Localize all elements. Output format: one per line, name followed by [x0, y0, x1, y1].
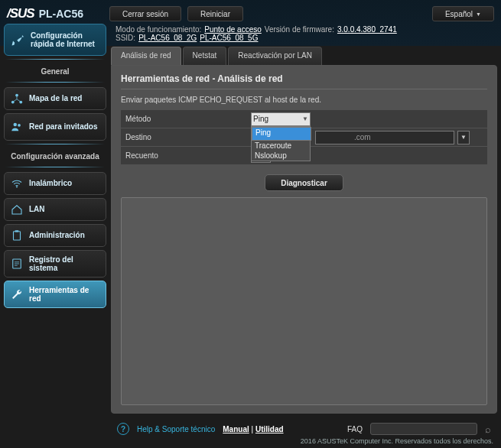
sidebar-item-label: LAN: [29, 205, 45, 214]
divider: [5, 59, 105, 60]
method-label: Método: [121, 115, 251, 123]
ssid-2[interactable]: PL-AC56_08_5G: [200, 34, 258, 42]
ssid-label: SSID:: [115, 34, 135, 42]
fw-value[interactable]: 3.0.0.4.380_2741: [337, 25, 397, 34]
sidebar-item-guest-network[interactable]: Red para invitados: [4, 113, 106, 141]
method-option-traceroute[interactable]: Traceroute: [252, 141, 310, 151]
page-desc: Enviar paquetes ICMP ECHO_REQUEST al hos…: [121, 96, 487, 104]
search-icon[interactable]: ⌕: [485, 424, 491, 435]
tab-wol[interactable]: Reactivación por LAN: [228, 47, 322, 65]
sidebar-item-wireless[interactable]: Inalámbrico: [4, 172, 106, 195]
fw-label: Versión de firmware:: [265, 25, 334, 34]
sidebar-item-label: Herramientas de red: [29, 286, 101, 304]
copyright: 2016 ASUSTeK Computer Inc. Reservados to…: [301, 437, 493, 445]
utility-link[interactable]: Utilidad: [255, 425, 284, 433]
svg-rect-7: [15, 230, 19, 232]
sidebar-item-network-map[interactable]: Mapa de la red: [4, 87, 106, 110]
brand-text: /SUS: [7, 6, 34, 21]
divider: [121, 89, 487, 89]
wifi-icon: [9, 176, 24, 191]
dest-input-2[interactable]: [315, 131, 454, 144]
rocket-icon: [9, 33, 26, 47]
method-option-nslookup[interactable]: Nslookup: [252, 151, 310, 161]
model-text: PL-AC56: [39, 8, 83, 20]
dest-dropdown-button[interactable]: ▼: [457, 131, 470, 144]
reboot-button[interactable]: Reiniciar: [187, 6, 243, 21]
mode-label: Modo de funcionamiento:: [115, 25, 201, 34]
svg-point-0: [15, 94, 18, 97]
method-dropdown[interactable]: Ping Traceroute Nslookup: [251, 126, 311, 161]
method-select[interactable]: Ping ▼: [251, 112, 311, 126]
group-advanced-label: Configuración avanzada: [4, 149, 106, 164]
language-button[interactable]: Español ▼: [432, 6, 494, 21]
sidebar-item-label: Mapa de la red: [29, 94, 82, 103]
sidebar-item-label: Administración: [29, 231, 85, 240]
chevron-down-icon: ▼: [460, 134, 467, 141]
mode-value[interactable]: Punto de acceso: [204, 25, 262, 34]
sidebar-item-net-tools[interactable]: Herramientas de red: [4, 281, 106, 308]
clipboard-icon: [9, 228, 24, 243]
method-option-ping[interactable]: Ping: [252, 127, 311, 141]
divider: [5, 82, 105, 83]
svg-rect-6: [14, 232, 21, 240]
network-map-icon: [9, 91, 24, 106]
count-label: Recuento: [121, 151, 251, 160]
svg-point-3: [14, 123, 18, 127]
status-bar: Modo de funcionamiento: Punto de acceso …: [111, 24, 497, 47]
divider: [5, 144, 105, 144]
chevron-down-icon: ▼: [302, 115, 308, 122]
logo: /SUS PL-AC56: [7, 6, 83, 21]
quick-setup-label: Configuración rápida de Internet: [31, 31, 101, 48]
log-icon: [9, 256, 24, 271]
svg-point-4: [18, 124, 21, 127]
sidebar-item-lan[interactable]: LAN: [4, 198, 106, 221]
help-label[interactable]: Help & Soporte técnico: [137, 425, 215, 433]
help-icon: ?: [117, 423, 129, 435]
language-label: Español: [445, 10, 473, 18]
manual-link[interactable]: Manual: [223, 425, 249, 433]
diagnose-button[interactable]: Diagnosticar: [265, 174, 343, 191]
house-icon: [9, 202, 24, 217]
search-input[interactable]: [370, 423, 477, 435]
dest-label: Destino: [121, 133, 251, 141]
page-title: Herramientas de red - Análisis de red: [121, 73, 487, 84]
faq-link[interactable]: FAQ: [347, 425, 363, 433]
divider: [5, 167, 105, 167]
sidebar-item-label: Registro del sistema: [29, 255, 101, 273]
svg-point-5: [16, 187, 18, 188]
sidebar-item-label: Red para invitados: [29, 122, 97, 131]
sidebar-item-label: Inalámbrico: [29, 179, 72, 188]
group-general-label: General: [4, 64, 106, 79]
sidebar-item-admin[interactable]: Administración: [4, 224, 106, 247]
output-area: [121, 197, 487, 405]
guest-icon: [9, 119, 24, 135]
sidebar-item-syslog[interactable]: Registro del sistema: [4, 250, 106, 278]
ssid-1[interactable]: PL-AC56_08_2G: [138, 34, 197, 42]
tab-net-analysis[interactable]: Análisis de red: [111, 47, 181, 65]
quick-setup-button[interactable]: Configuración rápida de Internet: [4, 24, 106, 56]
wrench-icon: [9, 287, 24, 302]
tab-netstat[interactable]: Netstat: [183, 47, 227, 65]
chevron-down-icon: ▼: [476, 11, 481, 17]
logout-button[interactable]: Cerrar sesión: [109, 6, 181, 21]
